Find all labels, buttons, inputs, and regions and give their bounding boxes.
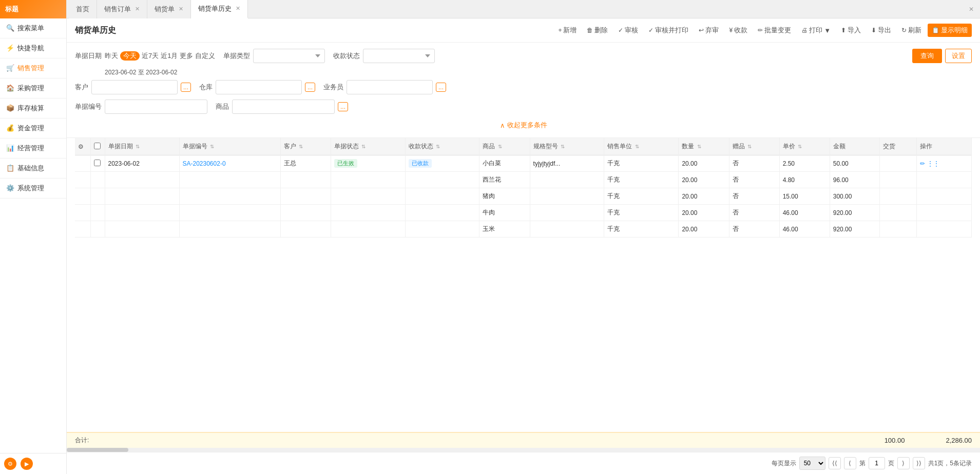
collect-icon: ¥ [729, 27, 733, 34]
btn-import[interactable]: ⬆ 导入 [837, 24, 865, 37]
quick-nav-icon: ⚡ [6, 44, 14, 52]
sort-goods-icon[interactable]: ⇅ [498, 144, 502, 149]
th-goods: 商品 ⇅ [479, 138, 530, 155]
last-page-btn[interactable]: ⟩⟩ [913, 457, 925, 469]
shortcut-custom[interactable]: 自定义 [195, 51, 215, 61]
sort-spec-icon[interactable]: ⇅ [561, 144, 565, 149]
th-unitprice: 单价 ⇅ [779, 138, 830, 155]
funds-icon: 💰 [6, 124, 14, 132]
shortcut-yesterday[interactable]: 昨天 [105, 51, 118, 61]
btn-refresh[interactable]: ↻ 刷新 [897, 24, 926, 37]
collapse-filter-btn[interactable]: ∧ 收起更多条件 [75, 119, 972, 131]
sidebar-item-purchase[interactable]: 🏠 采购管理 [0, 78, 66, 98]
set-button[interactable]: 设置 [945, 49, 972, 63]
search-icon: 🔍 [6, 24, 14, 32]
sort-unitprice-icon[interactable]: ⇅ [798, 144, 802, 149]
row-checkbox[interactable] [94, 160, 101, 166]
shortcut-7days[interactable]: 近7天 [142, 51, 159, 61]
shortcut-more[interactable]: 更多 [180, 51, 193, 61]
goods-input[interactable] [232, 100, 335, 114]
td-spec: tyjyjtyjdf... [530, 155, 604, 172]
filter-date-group: 单据日期 昨天 今天 近7天 近1月 更多 自定义 [75, 51, 215, 61]
docno-link[interactable]: SA-20230602-0 [183, 160, 226, 167]
btn-collect[interactable]: ¥ 收款 [725, 24, 752, 37]
btn-approve[interactable]: ✓ 审核 [614, 24, 642, 37]
sort-qty-icon[interactable]: ⇅ [697, 144, 701, 149]
salesperson-ellipsis[interactable]: ... [436, 83, 446, 92]
sidebar-item-inventory[interactable]: 📦 库存核算 [0, 98, 66, 118]
scroll-thumb[interactable] [67, 448, 128, 452]
sort-paystatus-icon[interactable]: ⇅ [436, 144, 440, 149]
btn-approve-print[interactable]: ✓ 审核并打印 [644, 24, 693, 37]
scroll-bar[interactable] [67, 448, 980, 452]
customer-input[interactable] [91, 80, 178, 94]
btn-show-detail[interactable]: 📋 显示明细 [928, 24, 972, 37]
first-page-btn[interactable]: ⟨⟨ [829, 457, 841, 469]
btn-batch-change[interactable]: ✏ 批量变更 [754, 24, 795, 37]
tab-history-close[interactable]: ✕ [236, 5, 240, 12]
page-size-select[interactable]: 50 100 [799, 457, 825, 470]
tab-home[interactable]: 首页 [69, 0, 97, 18]
td-amount: 50.00 [830, 155, 879, 172]
sidebar-item-funds[interactable]: 💰 资金管理 [0, 118, 66, 139]
shortcut-today[interactable]: 今天 [120, 51, 140, 61]
tab-sales-order-close[interactable]: ✕ [135, 6, 140, 12]
sort-unit-icon[interactable]: ⇅ [635, 144, 639, 149]
docno-input[interactable] [105, 100, 207, 114]
date-label: 单据日期 [75, 51, 102, 61]
approve-print-icon: ✓ [648, 27, 654, 34]
action-edit[interactable]: ✏ [920, 160, 925, 167]
btn-print[interactable]: 🖨 打印 ▼ [797, 24, 835, 37]
btn-approve-print-label: 审核并打印 [655, 26, 688, 35]
sidebar-item-basic-info[interactable]: 📋 基础信息 [0, 159, 66, 179]
close-all-tabs[interactable]: ✕ [965, 6, 978, 13]
td-gift: 否 [729, 188, 779, 205]
pay-status-select[interactable] [363, 49, 435, 63]
td-delivery [879, 155, 916, 172]
sort-docno-icon[interactable]: ⇅ [210, 144, 214, 149]
prev-page-btn[interactable]: ⟨ [844, 457, 856, 469]
salesperson-input[interactable] [347, 80, 433, 94]
btn-delete-label: 删除 [594, 26, 608, 35]
sidebar-item-system[interactable]: ⚙️ 系统管理 [0, 179, 66, 199]
goods-ellipsis[interactable]: ... [338, 102, 348, 111]
th-doc-status: 单据状态 ⇅ [331, 138, 405, 155]
td-unitprice: 15.00 [779, 188, 830, 205]
btn-cancel-approve[interactable]: ↩ 弃审 [695, 24, 723, 37]
sidebar-bottom-btn-2[interactable]: ▶ [21, 458, 33, 470]
next-page-btn[interactable]: ⟩ [897, 457, 910, 469]
sort-docstatus-icon[interactable]: ⇅ [361, 144, 366, 149]
warehouse-ellipsis[interactable]: ... [305, 83, 315, 92]
tab-shipment-close[interactable]: ✕ [179, 6, 183, 12]
table-row: 西兰花 千克 20.00 否 4.80 96.00 [75, 172, 972, 188]
export-icon: ⬇ [871, 27, 876, 34]
td-spec [530, 188, 604, 205]
tab-history[interactable]: 销货单历史 ✕ [191, 0, 248, 18]
customer-ellipsis[interactable]: ... [181, 83, 191, 92]
sort-gift-icon[interactable]: ⇅ [747, 144, 752, 149]
sidebar-item-quick-nav[interactable]: ⚡ 快捷导航 [0, 38, 66, 58]
sidebar-item-operations[interactable]: 📊 经营管理 [0, 139, 66, 159]
sort-customer-icon[interactable]: ⇅ [299, 144, 303, 149]
sidebar-bottom-btn-1[interactable]: ⚙ [4, 458, 16, 470]
tab-sales-order[interactable]: 销售订单 ✕ [97, 0, 147, 18]
sidebar-item-sales[interactable]: 🛒 销售管理 [0, 58, 66, 78]
query-button[interactable]: 查询 [912, 49, 942, 63]
action-more[interactable]: ⋮⋮ [927, 160, 939, 167]
sidebar-item-label: 库存核算 [17, 104, 44, 113]
td-doc-status: 已生效 [331, 155, 405, 172]
shortcut-1month[interactable]: 近1月 [161, 51, 178, 61]
sort-date-icon[interactable]: ⇅ [136, 144, 140, 149]
sidebar-item-label: 采购管理 [17, 84, 44, 93]
warehouse-input[interactable] [216, 80, 302, 94]
select-all-checkbox[interactable] [94, 143, 101, 149]
btn-add[interactable]: + 新增 [554, 24, 581, 37]
btn-import-label: 导入 [848, 26, 861, 35]
tab-shipment[interactable]: 销货单 ✕ [147, 0, 191, 18]
btn-delete[interactable]: 🗑 删除 [583, 24, 612, 37]
sidebar-item-search[interactable]: 🔍 搜索菜单 [0, 18, 66, 38]
page-number-input[interactable] [869, 457, 885, 469]
type-select[interactable] [253, 49, 325, 63]
td-gear [75, 172, 90, 188]
btn-export[interactable]: ⬇ 导出 [867, 24, 895, 37]
